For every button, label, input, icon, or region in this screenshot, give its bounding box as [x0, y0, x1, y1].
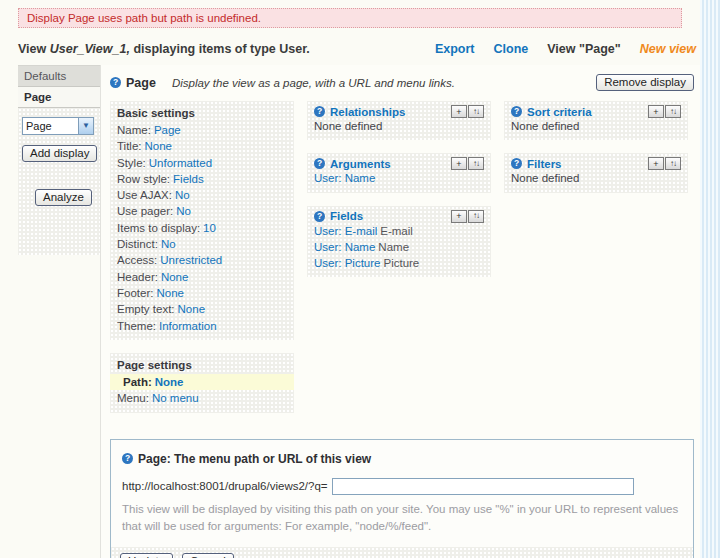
- view-header: View User_View_1, displaying items of ty…: [18, 42, 696, 56]
- tab-page[interactable]: Page: [18, 87, 100, 108]
- display-settings-main: ? Page Display the view as a page, with …: [100, 65, 700, 558]
- sort-criteria-panel: ? Sort criteria + ↑↓ None defined: [504, 101, 688, 140]
- relationships-title-link[interactable]: Relationships: [330, 106, 405, 118]
- fields-title-link[interactable]: Fields: [330, 210, 363, 222]
- relationships-actions: + ↑↓: [450, 105, 484, 118]
- setting-row-use-ajax: Use AJAX:No: [117, 187, 287, 203]
- display-type-select[interactable]: Page ▼: [22, 117, 94, 135]
- export-link[interactable]: Export: [435, 42, 475, 56]
- remove-display-button[interactable]: Remove display: [596, 74, 694, 91]
- filters-title-link[interactable]: Filters: [527, 158, 562, 170]
- column-basic: Basic settings Name:Page Title:None Styl…: [110, 101, 294, 426]
- field-link[interactable]: User: Name: [314, 241, 375, 253]
- add-icon[interactable]: +: [648, 105, 664, 118]
- add-display-button[interactable]: Add display: [22, 145, 97, 162]
- fields-actions: + ↑↓: [450, 210, 484, 223]
- field-label-suffix: E-mail: [380, 225, 413, 237]
- setting-row-access: Access:Unrestricted: [117, 252, 287, 268]
- field-row: User: E-mailE-mail: [314, 223, 484, 239]
- settings-columns: Basic settings Name:Page Title:None Styl…: [101, 98, 700, 426]
- help-icon[interactable]: ?: [314, 158, 325, 169]
- setting-value-link[interactable]: Unrestricted: [160, 254, 222, 266]
- display-sidebar: Defaults Page Page ▼ Add display Analyze: [18, 65, 100, 558]
- path-input-row: http://localhost:8001/drupal6/views2/?q=: [111, 466, 693, 498]
- field-label-suffix: Name: [378, 241, 409, 253]
- rearrange-icon[interactable]: ↑↓: [468, 105, 484, 118]
- sort-criteria-empty: None defined: [511, 118, 681, 134]
- new-view-link[interactable]: New view: [640, 42, 696, 56]
- rearrange-icon[interactable]: ↑↓: [468, 157, 484, 170]
- page-settings-panel: Page settings Path:None Menu:No menu: [110, 353, 294, 413]
- fields-panel: ? Fields + ↑↓ User: E-mailE-mail User: N…: [307, 206, 491, 278]
- update-button[interactable]: Update: [120, 553, 173, 558]
- help-icon[interactable]: ?: [122, 453, 133, 464]
- argument-row: User: Name: [314, 170, 484, 186]
- path-form: ? Page: The menu path or URL of this vie…: [110, 439, 694, 558]
- help-icon[interactable]: ?: [511, 158, 522, 169]
- display-type-select-value: Page: [23, 118, 78, 134]
- setting-row-distinct: Distinct:No: [117, 236, 287, 252]
- field-label-suffix: Picture: [383, 257, 419, 269]
- cancel-button[interactable]: Cancel: [182, 553, 234, 558]
- filters-actions: + ↑↓: [647, 157, 681, 170]
- setting-value-link[interactable]: Page: [154, 124, 181, 136]
- help-icon[interactable]: ?: [314, 211, 325, 222]
- field-link[interactable]: User: Picture: [314, 257, 380, 269]
- theme-background-strip: [700, 0, 720, 558]
- setting-value-link[interactable]: Fields: [173, 173, 204, 185]
- arguments-title-link[interactable]: Arguments: [330, 158, 391, 170]
- relationships-empty: None defined: [314, 118, 484, 134]
- tab-defaults[interactable]: Defaults: [18, 65, 100, 87]
- relationships-panel: ? Relationships + ↑↓ None defined: [307, 101, 491, 140]
- field-link[interactable]: User: E-mail: [314, 225, 377, 237]
- clone-link[interactable]: Clone: [494, 42, 529, 56]
- arguments-head: ? Arguments + ↑↓: [314, 157, 484, 170]
- add-icon[interactable]: +: [451, 157, 467, 170]
- argument-link[interactable]: User: Name: [314, 172, 375, 184]
- help-icon[interactable]: ?: [314, 106, 325, 117]
- error-text: Display Page uses path but path is undef…: [27, 12, 261, 24]
- setting-value-link[interactable]: None: [145, 140, 173, 152]
- setting-value-link[interactable]: Information: [159, 320, 217, 332]
- relationships-head: ? Relationships + ↑↓: [314, 105, 484, 118]
- basic-settings-panel: Basic settings Name:Page Title:None Styl…: [110, 101, 294, 340]
- url-prefix: http://localhost:8001/drupal6/views2/?q=: [122, 480, 328, 492]
- setting-value-link[interactable]: None: [178, 303, 206, 315]
- rearrange-icon[interactable]: ↑↓: [665, 157, 681, 170]
- views-editor: Defaults Page Page ▼ Add display Analyze…: [18, 65, 700, 558]
- setting-row-use-pager: Use pager:No: [117, 203, 287, 219]
- page-settings-title: Page settings: [117, 357, 287, 374]
- field-row: User: NameName: [314, 239, 484, 255]
- setting-value-link[interactable]: No: [161, 238, 176, 250]
- path-value-link[interactable]: None: [155, 376, 184, 388]
- setting-value-link[interactable]: None: [156, 287, 184, 299]
- path-input[interactable]: [332, 478, 634, 495]
- rearrange-icon[interactable]: ↑↓: [468, 210, 484, 223]
- rearrange-icon[interactable]: ↑↓: [665, 105, 681, 118]
- help-icon[interactable]: ?: [110, 77, 121, 88]
- setting-value-link[interactable]: None: [161, 271, 189, 283]
- add-icon[interactable]: +: [451, 210, 467, 223]
- setting-row-style: Style:Unformatted: [117, 155, 287, 171]
- chevron-down-icon: ▼: [78, 118, 93, 134]
- view-page-link[interactable]: View "Page": [547, 42, 620, 56]
- sort-criteria-title-link[interactable]: Sort criteria: [527, 106, 592, 118]
- setting-value-link[interactable]: No: [175, 189, 190, 201]
- display-description: Display the view as a page, with a URL a…: [172, 77, 596, 89]
- arguments-panel: ? Arguments + ↑↓ User: Name: [307, 153, 491, 192]
- setting-value-link[interactable]: 10: [203, 222, 216, 234]
- basic-settings-title: Basic settings: [117, 105, 287, 122]
- setting-value-link[interactable]: No: [176, 205, 191, 217]
- sort-criteria-actions: + ↑↓: [647, 105, 681, 118]
- fields-head: ? Fields + ↑↓: [314, 210, 484, 223]
- analyze-button[interactable]: Analyze: [35, 189, 92, 206]
- setting-value-link[interactable]: Unformatted: [149, 157, 212, 169]
- menu-value-link[interactable]: No menu: [152, 392, 199, 404]
- setting-row-theme: Theme:Information: [117, 318, 287, 334]
- filters-empty: None defined: [511, 170, 681, 186]
- error-message: Display Page uses path but path is undef…: [18, 8, 682, 28]
- add-icon[interactable]: +: [451, 105, 467, 118]
- help-icon[interactable]: ?: [511, 106, 522, 117]
- setting-row-name: Name:Page: [117, 122, 287, 138]
- add-icon[interactable]: +: [648, 157, 664, 170]
